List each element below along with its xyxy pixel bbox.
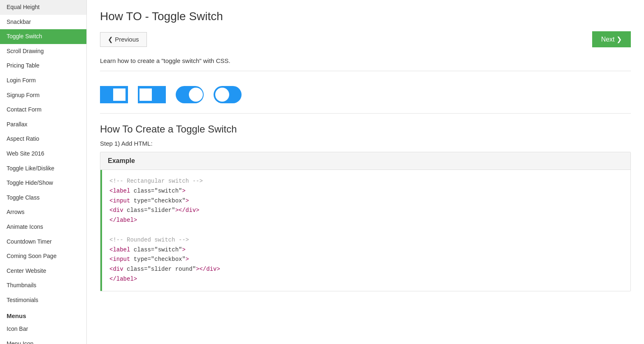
code-line: <label class="switch"> — [109, 186, 623, 196]
sidebar-item[interactable]: Menu Icon — [0, 337, 86, 344]
sidebar-item[interactable]: Equal Height — [0, 0, 86, 15]
toggle-rect-off[interactable] — [138, 86, 166, 103]
sidebar-item[interactable]: Arrows — [0, 205, 86, 220]
sidebar-item[interactable]: Snackbar — [0, 15, 86, 30]
sidebar-item[interactable]: Center Website — [0, 264, 86, 279]
example-box: Example <!-- Rectangular switch --><labe… — [100, 152, 631, 291]
code-line: <div class="slider round"></div> — [109, 265, 623, 274]
nav-buttons: ❮ Previous Next ❯ — [100, 31, 631, 47]
sidebar-item[interactable]: Pricing Table — [0, 58, 86, 73]
toggle-demo-area — [100, 79, 631, 114]
sidebar-item[interactable]: Icon Bar — [0, 322, 86, 337]
code-line: <input type="checkbox"> — [109, 196, 623, 206]
code-line: <input type="checkbox"> — [109, 255, 623, 265]
prev-button[interactable]: ❮ Previous — [100, 32, 147, 47]
section-title: How To Create a Toggle Switch — [100, 123, 631, 135]
toggle-round-off[interactable] — [214, 86, 242, 103]
sidebar-item[interactable]: Signup Form — [0, 88, 86, 103]
code-line: <!-- Rounded switch --> — [109, 235, 623, 245]
sidebar-item[interactable]: Coming Soon Page — [0, 249, 86, 264]
sidebar-item[interactable]: Toggle Like/Dislike — [0, 161, 86, 176]
sidebar-item[interactable]: Scroll Drawing — [0, 44, 86, 59]
menus-section-title: Menus — [0, 307, 86, 322]
description-text: Learn how to create a "toggle switch" wi… — [100, 57, 631, 71]
sidebar-item[interactable]: Testimonials — [0, 293, 86, 308]
example-header: Example — [100, 152, 630, 170]
page-title: How TO - Toggle Switch — [100, 10, 631, 23]
sidebar-item[interactable]: Aspect Ratio — [0, 132, 86, 146]
code-area: <!-- Rectangular switch --><label class=… — [100, 170, 630, 291]
sidebar-item[interactable]: Parallax — [0, 117, 86, 132]
sidebar-item[interactable]: Thumbnails — [0, 278, 86, 293]
sidebar-item[interactable]: Animate Icons — [0, 220, 86, 235]
code-line: </label> — [109, 274, 623, 284]
sidebar-item[interactable]: Web Site 2016 — [0, 146, 86, 161]
sidebar-item[interactable]: Login Form — [0, 73, 86, 88]
step-label: Step 1) Add HTML: — [100, 140, 631, 147]
sidebar: Equal HeightSnackbarToggle SwitchScroll … — [0, 0, 87, 344]
code-line: <div class="slider"></div> — [109, 206, 623, 216]
sidebar-item[interactable]: Toggle Hide/Show — [0, 176, 86, 191]
toggle-round-on[interactable] — [176, 86, 204, 103]
sidebar-nav-top: Equal HeightSnackbarToggle SwitchScroll … — [0, 0, 86, 307]
code-line — [109, 225, 623, 235]
code-line: <!-- Rectangular switch --> — [109, 177, 623, 186]
code-line: </label> — [109, 216, 623, 225]
sidebar-item[interactable]: Countdown Timer — [0, 235, 86, 249]
toggle-rect-on[interactable] — [100, 86, 128, 103]
code-line: <label class="switch"> — [109, 245, 623, 255]
sidebar-item[interactable]: Toggle Switch — [0, 29, 86, 44]
sidebar-item[interactable]: Toggle Class — [0, 191, 86, 205]
main-content: How TO - Toggle Switch ❮ Previous Next ❯… — [87, 0, 644, 344]
sidebar-nav-menus: Icon BarMenu IconAccordionTabsVertical T… — [0, 322, 86, 344]
next-button[interactable]: Next ❯ — [592, 31, 631, 47]
sidebar-item[interactable]: Contact Form — [0, 102, 86, 117]
